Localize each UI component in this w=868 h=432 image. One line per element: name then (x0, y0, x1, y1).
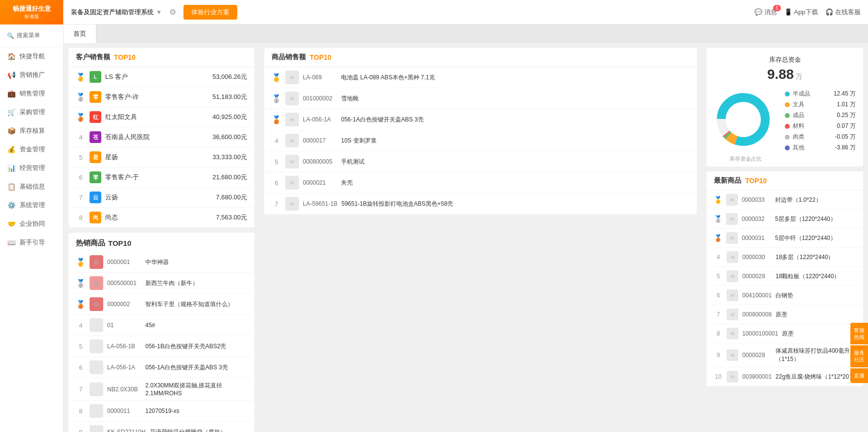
hot-product-item[interactable]: 4 01 45# (69, 315, 254, 336)
legend-value: 0.25 万 (837, 111, 856, 120)
sidebar-item-caigou[interactable]: 🛒 采购管理 (0, 103, 63, 121)
customer-rank-item[interactable]: 🥉 红 红太阳文具 40,925.00元 (69, 107, 254, 127)
product-thumbnail: Ai (727, 270, 738, 282)
new-product-item[interactable]: 8 Ai 10000100001 原垄 (707, 324, 863, 343)
customer-rank-item[interactable]: 🥇 L LS 客户 53,006.26元 (69, 67, 254, 87)
nav-icon-yingxiao: 📢 (7, 71, 16, 79)
online-service-label: 在线客服 (835, 8, 861, 17)
new-product-item[interactable]: 🥈 Ai 0000032 5层多层（1220*2440） (707, 210, 863, 229)
sidebar-item-jichu[interactable]: 📋 基础信息 (0, 177, 63, 196)
topbar-title-dropdown[interactable]: 装备及固定资产辅助管理系统 ▼ (71, 8, 162, 17)
sidebar-item-xinshou[interactable]: 📖 新手引导 (0, 233, 63, 252)
topbar: 装备及固定资产辅助管理系统 ▼ ⚙ 体验行业方案 💬 消息 6 📱 App下载 … (64, 0, 868, 24)
product-name: 体减蔗枝味苏打饮品400毫升（1*15） (776, 347, 856, 363)
app-download-button[interactable]: 📱 App下载 (784, 8, 818, 17)
hot-products-list: 🥇 🖼 0000001 中华神器 🥈 🖼 000500001 新西兰牛肉（新牛）… (69, 252, 254, 432)
product-rank-item[interactable]: 🥇 Ai LA-089 电池盖 LA-089 ABS本色+黑种 7.1克 (264, 67, 697, 88)
hot-product-item[interactable]: 🥇 🖼 0000001 中华神器 (69, 252, 254, 273)
customer-value: 7,563.00元 (216, 213, 247, 222)
product-rank-item[interactable]: 🥈 Ai 001000002 雪地靴 (264, 88, 697, 109)
hot-product-item[interactable]: 7 NB2.0X30B 2.0X30MM双搓花轴,搓花直径2.1MM/ROHS (69, 378, 254, 401)
legend-dot (785, 124, 790, 129)
hot-product-item[interactable]: 6 LA-056-1A 056-1A白色按键开关盖ABS 3壳 (69, 357, 254, 378)
tab-home[interactable]: 首页 (64, 24, 96, 43)
new-products-card: 最新商品 TOP10 🥇 Ai 0000033 封边带（1.0*22） 🥈 Ai… (707, 171, 863, 386)
hot-product-item[interactable]: 🥈 🖼 000500001 新西兰牛肉（新牛） (69, 273, 254, 294)
sidebar-item-zijin[interactable]: 💰 资金管理 (0, 140, 63, 159)
customer-rank-item[interactable]: 5 星 星扬 33,333.00元 (69, 147, 254, 168)
customer-rank-item[interactable]: 🥈 零 零售客户-许 51,183.00元 (69, 87, 254, 107)
sidebar-search[interactable]: 🔍 搜索菜单 (0, 24, 63, 47)
product-thumbnail: Ai (285, 71, 299, 84)
customer-rank-item[interactable]: 4 苍 苍南县人民医院 36,600.00元 (69, 127, 254, 147)
product-name: 电池盖 LA-089 ABS本色+黑种 7.1克 (341, 73, 689, 82)
new-product-item[interactable]: 🥇 Ai 0000033 封边带（1.0*22） (707, 191, 863, 210)
nav-icon-xitong: ⚙️ (7, 201, 16, 209)
product-rank-item[interactable]: 6 Ai 0000021 夹壳 (264, 172, 697, 193)
customer-ranking-card: 客户销售额 TOP10 🥇 L LS 客户 53,006.26元 🥈 零 零售客… (69, 48, 254, 228)
sidebar-item-jingying[interactable]: 📊 经营管理 (0, 159, 63, 177)
nav-icon-caigou: 🛒 (7, 108, 16, 116)
sidebar-item-xitong[interactable]: ⚙️ 系统管理 (0, 196, 63, 215)
online-service-button[interactable]: 🎧 在线客服 (825, 8, 861, 17)
rank-number: 5 (272, 158, 281, 166)
hot-product-item[interactable]: 5 LA-056-1B 056-1B白色按键开关壳ABS2壳 (69, 336, 254, 357)
customer-rank-item[interactable]: 7 云 云扬 7,680.00元 (69, 188, 254, 208)
medal-icon: 🥇 (76, 258, 86, 267)
new-product-item[interactable]: 7 Ai 000800008 原垄 (707, 305, 863, 324)
product-thumbnail: Ai (285, 176, 299, 190)
customer-rank-item[interactable]: 6 零 零售客户-于 21,680.00元 (69, 168, 254, 188)
trial-btn[interactable]: 体验行业方案 (183, 5, 237, 20)
product-rank-item[interactable]: 7 Ai LA-59651-1B 59651-1B旋转投影灯电池盒ABS黑色+5… (264, 193, 697, 215)
hot-product-item[interactable]: 🥉 🖼 0000002 智利车子里（规格不知道填什么） (69, 294, 254, 315)
product-code: 0000032 (742, 216, 771, 222)
medal-gold-icon: 🥇 (76, 72, 86, 82)
rank-number: 4 (272, 137, 281, 144)
float-community-btn[interactable]: 服务 社区 (850, 345, 868, 367)
search-menu-button[interactable]: 🔍 搜索菜单 (4, 28, 59, 43)
rank-number: 6 (76, 364, 86, 371)
nav-icon-xiaoshou: 💼 (7, 90, 16, 97)
product-rank-item[interactable]: 4 Ai 0000017 10S 变刺罗浆 (264, 130, 697, 151)
sidebar-item-label: 销售管理 (20, 89, 45, 98)
float-live-btn[interactable]: 直播 (850, 368, 868, 383)
product-thumbnail (90, 360, 103, 374)
sidebar-item-xiaoshou[interactable]: 💼 销售管理 (0, 84, 63, 103)
product-code: 000800008 (742, 311, 772, 318)
sidebar-item-yingxiao[interactable]: 📢 营销推广 (0, 66, 63, 84)
new-product-item[interactable]: 🥉 Ai 0000031 5层中纤（1220*2440） (707, 229, 863, 248)
product-thumbnail: Ai (727, 251, 738, 263)
new-product-item[interactable]: 10 Ai 003800001 22g鱼豆腐·烧烤味（1*12*20） (707, 367, 863, 386)
new-product-item[interactable]: 5 Ai 0000029 18颗粒板（1220*2440） (707, 267, 863, 286)
sidebar-item-kucun[interactable]: 📦 库存核算 (0, 121, 63, 140)
product-code: NB2.0X30B (107, 386, 141, 393)
customer-ranking-top10: TOP10 (114, 53, 136, 61)
product-rank-item[interactable]: 5 Ai 000800005 手机测试 (264, 151, 697, 172)
sidebar-item-label: 新手引导 (20, 238, 45, 247)
hot-products-top10: TOP10 (108, 239, 131, 247)
product-rank-item[interactable]: 🥉 Ai LA-056-1A 056-1A白色按键开关盖ABS 3壳 (264, 109, 697, 130)
sidebar-item-kuaijie[interactable]: 🏠 快捷导航 (0, 47, 63, 66)
new-product-item[interactable]: 9 Ai 0000028 体减蔗枝味苏打饮品400毫升（1*15） (707, 343, 863, 367)
customer-ranking-list: 🥇 L LS 客户 53,006.26元 🥈 零 零售客户-许 51,183.0… (69, 67, 254, 228)
customer-name: 尚态 (105, 213, 212, 222)
new-products-list: 🥇 Ai 0000033 封边带（1.0*22） 🥈 Ai 0000032 5层… (707, 191, 863, 386)
customer-avatar: 尚 (90, 212, 101, 223)
messages-button[interactable]: 💬 消息 6 (754, 8, 777, 17)
logo-sub: 标准版 (13, 13, 51, 20)
product-name: 雪地靴 (341, 95, 689, 103)
float-service-btn[interactable]: 客服 热线 (850, 323, 868, 345)
hot-product-item[interactable]: 8 0000011 12070519-xs (69, 401, 254, 422)
settings-icon[interactable]: ⚙ (169, 7, 176, 17)
new-product-item[interactable]: 4 Ai 0000030 18多层（1220*2440） (707, 248, 863, 267)
customer-rank-item[interactable]: 8 尚 尚态 7,563.00元 (69, 208, 254, 228)
hot-product-item[interactable]: 9 KK-SD22110H 花语萌恒温分腿睡袋（厚款） (69, 422, 254, 432)
content-area: 客户销售额 TOP10 🥇 L LS 客户 53,006.26元 🥈 零 零售客… (64, 43, 868, 432)
product-name: 白钢垫 (776, 291, 856, 300)
product-name: 22g鱼豆腐·烧烤味（1*12*20） (776, 373, 856, 381)
sidebar-item-qiye[interactable]: 🤝 企业协同 (0, 215, 63, 233)
new-product-item[interactable]: 6 Ai 004100001 白钢垫 (707, 286, 863, 305)
customer-avatar: 星 (90, 151, 101, 163)
legend-dot (785, 92, 790, 96)
rank-number: 4 (714, 254, 723, 261)
